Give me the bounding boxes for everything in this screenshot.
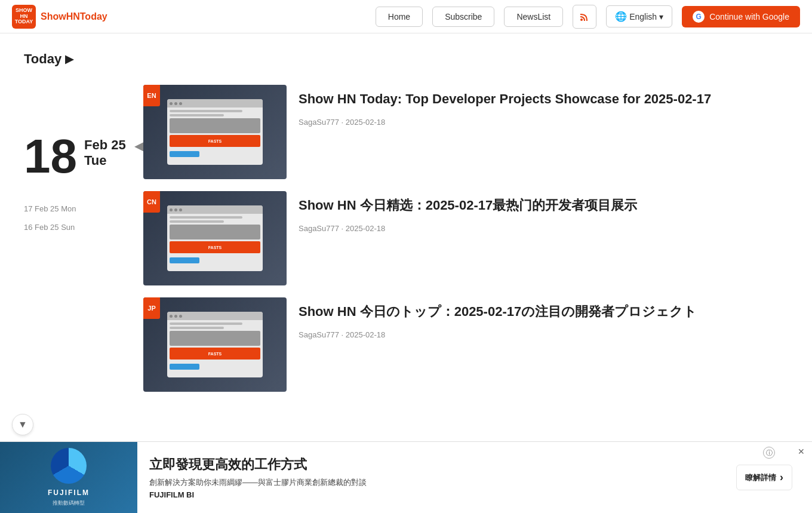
ad-company: FUJIFILM BI xyxy=(149,490,705,499)
ad-fujifilm-graphic: FUJIFILM 推動數碼轉型 xyxy=(48,448,90,507)
ad-brand-tagline: 推動數碼轉型 xyxy=(53,499,85,507)
ad-cta-button[interactable]: 瞭解詳情 › xyxy=(736,465,792,490)
article-card-3[interactable]: JP FASTS xyxy=(143,297,788,392)
article-info-3: Show HN 今日のトップ：2025-02-17の注目の開発者プロジェクト S… xyxy=(299,297,788,339)
date-weekday: Tue xyxy=(84,153,126,168)
article-title-3: Show HN 今日のトップ：2025-02-17の注目の開発者プロジェクト xyxy=(299,303,788,321)
article-info-1: Show HN Today: Top Developer Projects Sh… xyxy=(299,85,788,127)
rss-button[interactable] xyxy=(573,5,596,29)
date-number: 18 xyxy=(24,133,77,180)
ad-close-button[interactable]: ✕ xyxy=(794,444,808,459)
ad-info-button[interactable]: ⓘ xyxy=(763,447,775,459)
date-detail: Feb 25 Tue xyxy=(84,133,126,168)
article-title-2: Show HN 今日精选：2025-02-17最热门的开发者项目展示 xyxy=(299,197,788,214)
language-selector[interactable]: 🌐 English ▾ xyxy=(606,5,672,27)
subscribe-button[interactable]: Subscribe xyxy=(432,7,494,27)
lang-badge-jp: JP xyxy=(143,297,160,319)
translate-icon: 🌐 xyxy=(615,11,627,22)
ad-banner: FUJIFILM 推動數碼轉型 立即發現更高效的工作方式 創新解決方案助你未雨綢… xyxy=(0,441,812,513)
ad-main-content: 立即發現更高效的工作方式 創新解決方案助你未雨綢繆——與富士膠片商業創新總裁的對… xyxy=(137,442,716,513)
svg-point-0 xyxy=(580,19,583,21)
article-card-2[interactable]: CN FASTS xyxy=(143,191,788,285)
article-meta-3: SagaSu777 · 2025-02-18 xyxy=(299,330,788,339)
google-signin-button[interactable]: G Continue with Google xyxy=(682,6,800,27)
article-thumbnail-2: CN FASTS xyxy=(143,191,287,285)
header: SHOWHNTODAY ShowHNToday Home Subscribe N… xyxy=(0,0,812,33)
date-sidebar: 18 Feb 25 Tue ◀ 17 Feb 25 Mon 16 Feb 25 … xyxy=(24,85,143,392)
logo-text: ShowHNToday xyxy=(41,11,107,22)
scroll-down-button[interactable]: ▼ xyxy=(12,414,33,435)
content-layout: 18 Feb 25 Tue ◀ 17 Feb 25 Mon 16 Feb 25 … xyxy=(24,85,788,392)
today-arrow-icon: ▶ xyxy=(65,53,73,66)
article-thumbnail-1: EN FASTS xyxy=(143,85,287,179)
lang-badge-cn: CN xyxy=(143,191,160,213)
lang-badge-en: EN xyxy=(143,85,160,106)
ad-title: 立即發現更高效的工作方式 xyxy=(149,456,705,474)
chevron-down-icon: ▾ xyxy=(659,12,663,21)
cta-arrow-icon: › xyxy=(780,471,783,484)
article-meta-2: SagaSu777 · 2025-02-18 xyxy=(299,224,788,233)
main-content: Today ▶ 18 Feb 25 Tue ◀ 17 Feb 25 Mon 16… xyxy=(0,33,812,451)
article-card-1[interactable]: EN FASTS xyxy=(143,85,788,179)
logo-icon: SHOWHNTODAY xyxy=(12,5,36,29)
date-month-year: Feb 25 xyxy=(84,137,126,153)
article-thumbnail-3: JP FASTS xyxy=(143,297,287,392)
articles-list: EN FASTS xyxy=(143,85,788,392)
ad-fuji-logo: FUJIFILM xyxy=(48,489,90,497)
ad-circle-graphic xyxy=(51,448,87,484)
today-heading: Today ▶ xyxy=(24,51,788,67)
google-icon: G xyxy=(693,11,705,23)
date-main: 18 Feb 25 Tue ◀ xyxy=(24,133,143,180)
ad-image-section: FUJIFILM 推動數碼轉型 xyxy=(0,442,137,513)
article-info-2: Show HN 今日精选：2025-02-17最热门的开发者项目展示 SagaS… xyxy=(299,191,788,233)
article-title-1: Show HN Today: Top Developer Projects Sh… xyxy=(299,91,788,108)
date-nav-left-arrow[interactable]: ◀ xyxy=(134,139,143,153)
date-past-2[interactable]: 16 Feb 25 Sun xyxy=(24,223,143,232)
date-past-1[interactable]: 17 Feb 25 Mon xyxy=(24,204,143,213)
ad-subtitle: 創新解決方案助你未雨綢繆——與富士膠片商業創新總裁的對談 xyxy=(149,477,705,488)
logo-link[interactable]: SHOWHNTODAY ShowHNToday xyxy=(12,5,107,29)
home-button[interactable]: Home xyxy=(376,7,423,27)
chevron-down-icon: ▼ xyxy=(18,419,27,430)
newslist-button[interactable]: NewsList xyxy=(504,7,563,27)
article-meta-1: SagaSu777 · 2025-02-18 xyxy=(299,118,788,127)
